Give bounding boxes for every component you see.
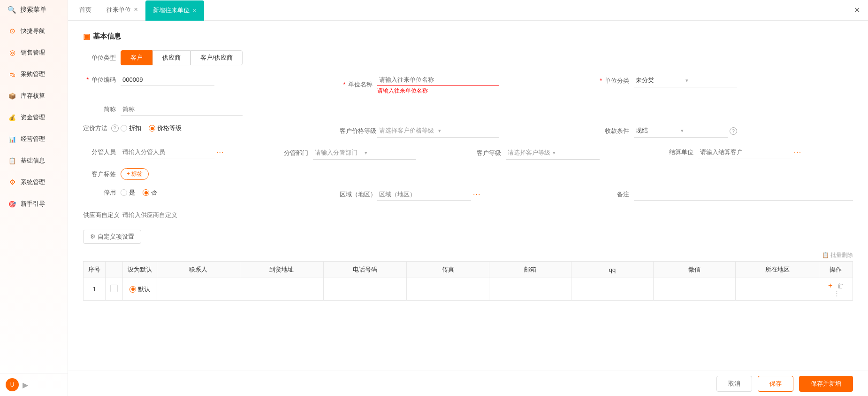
settlement-dots-btn[interactable]: ··· xyxy=(792,148,803,156)
batch-delete-button[interactable]: 📋 批量删除 xyxy=(83,251,853,259)
region-input[interactable] xyxy=(377,188,471,201)
td-wechat[interactable] xyxy=(653,278,735,301)
address-input[interactable] xyxy=(245,286,319,293)
main-area: 首页 往来单位 ✕ 新增往来单位 ✕ ✕ ▣ 基本信息 单位类型 客户 供应商 … xyxy=(68,0,868,396)
tab-trading-unit-close[interactable]: ✕ xyxy=(134,7,138,13)
settlement-unit-field: 结算单位 ··· xyxy=(661,146,853,158)
radio-discount[interactable]: 折扣 xyxy=(121,124,141,132)
disabled-label: 停用 xyxy=(83,188,121,197)
sidebar-item-inventory[interactable]: 📦 库存核算 xyxy=(0,85,68,107)
td-region[interactable] xyxy=(736,278,819,301)
sidebar-item-quick-nav[interactable]: ⊙ 快捷导航 xyxy=(0,20,68,42)
sidebar-item-label: 库存核算 xyxy=(21,92,45,100)
sidebar-item-finance[interactable]: 💰 资金管理 xyxy=(0,107,68,128)
settlement-unit-input[interactable] xyxy=(698,146,792,158)
unit-type-label: 单位类型 xyxy=(83,54,121,62)
department-select[interactable]: 请输入分管部门 ▾ xyxy=(313,146,416,160)
tab-add-trading-unit-close[interactable]: ✕ xyxy=(192,8,197,14)
pricing-help-icon[interactable]: ? xyxy=(111,124,119,132)
qq-input[interactable] xyxy=(576,286,648,293)
sidebar-item-label: 经营管理 xyxy=(21,135,45,143)
th-seq: 序号 xyxy=(84,262,106,278)
wechat-input[interactable] xyxy=(658,286,731,293)
sidebar: 🔍 搜索菜单 ⊙ 快捷导航 ◎ 销售管理 🛍 采购管理 📦 库存核算 💰 资金管… xyxy=(0,0,68,396)
fax-input[interactable] xyxy=(411,286,484,293)
radio-default[interactable]: 默认 xyxy=(128,285,152,294)
row-checkbox[interactable] xyxy=(110,285,118,292)
radio-price-level[interactable]: 价格等级 xyxy=(149,124,182,132)
tab-home[interactable]: 首页 xyxy=(72,0,99,20)
td-fax[interactable] xyxy=(407,278,489,301)
sidebar-item-operations[interactable]: 📊 经营管理 xyxy=(0,128,68,150)
unit-category-select[interactable]: 未分类 ▾ xyxy=(634,74,737,87)
region-dots-btn[interactable]: ··· xyxy=(471,190,482,199)
window-close-button[interactable]: ✕ xyxy=(849,3,864,18)
td-contact[interactable] xyxy=(157,278,240,301)
th-qq: qq xyxy=(571,262,653,278)
drag-handle[interactable]: ⋮ xyxy=(834,290,840,297)
manager-dots-btn[interactable]: ··· xyxy=(214,148,226,156)
tab-add-trading-unit[interactable]: 新增往来单位 ✕ xyxy=(145,0,204,21)
unit-name-input[interactable] xyxy=(377,74,499,86)
basic-info-icon: 📋 xyxy=(8,156,17,165)
customer-level-select[interactable]: 请选择客户等级 ▾ xyxy=(506,146,600,160)
department-arrow-icon: ▾ xyxy=(365,150,414,156)
abbreviation-row: 简称 xyxy=(83,103,853,116)
btn-customer[interactable]: 客户 xyxy=(121,50,152,65)
sidebar-item-label: 资金管理 xyxy=(21,113,45,122)
customer-price-level-select[interactable]: 请选择客户价格等级 ▾ xyxy=(377,124,499,138)
td-phone[interactable] xyxy=(323,278,407,301)
search-menu-label: 搜索菜单 xyxy=(20,6,46,14)
cancel-button[interactable]: 取消 xyxy=(716,376,752,392)
inventory-icon: 📦 xyxy=(8,91,17,101)
sidebar-item-basic-info[interactable]: 📋 基础信息 xyxy=(0,150,68,171)
phone-input[interactable] xyxy=(328,286,402,293)
save-button[interactable]: 保存 xyxy=(758,376,793,392)
th-address: 到货地址 xyxy=(240,262,323,278)
sidebar-item-sales[interactable]: ◎ 销售管理 xyxy=(0,42,68,63)
abbreviation-label: 简称 xyxy=(83,105,121,114)
sidebar-item-system[interactable]: ⚙ 系统管理 xyxy=(0,171,68,193)
custom-settings-button[interactable]: ⚙ 自定义项设置 xyxy=(83,230,141,244)
add-row-btn[interactable]: + xyxy=(828,281,832,289)
category-arrow-icon: ▾ xyxy=(685,78,735,84)
table-row: 1 默认 xyxy=(84,278,853,301)
td-checkbox[interactable] xyxy=(106,278,123,301)
sidebar-item-label: 基础信息 xyxy=(21,156,45,165)
payment-terms-help-icon[interactable]: ? xyxy=(730,127,737,135)
email-input[interactable] xyxy=(494,286,566,293)
pricing-method-field: 定价方法 ? 折扣 价格等级 xyxy=(83,124,340,132)
supplier-custom-input[interactable] xyxy=(121,209,243,221)
radio-discount-circle xyxy=(121,125,127,132)
search-menu[interactable]: 🔍 搜索菜单 xyxy=(0,0,68,20)
td-qq[interactable] xyxy=(571,278,653,301)
td-action: + 🗑 ⋮ xyxy=(819,278,853,301)
btn-supplier[interactable]: 供应商 xyxy=(152,50,190,65)
unit-category-field: * 单位分类 未分类 ▾ xyxy=(596,74,853,87)
remark-input[interactable] xyxy=(634,188,853,201)
row-region-input[interactable] xyxy=(740,286,814,293)
td-address[interactable] xyxy=(240,278,323,301)
btn-both[interactable]: 客户/供应商 xyxy=(190,50,243,65)
radio-yes[interactable]: 是 xyxy=(121,188,135,197)
delete-row-btn[interactable]: 🗑 xyxy=(837,282,844,289)
abbreviation-field: 简称 xyxy=(83,103,261,116)
radio-price-level-circle xyxy=(149,125,155,132)
save-new-button[interactable]: 保存并新增 xyxy=(799,376,853,392)
abbreviation-input[interactable] xyxy=(121,103,243,116)
tab-trading-unit[interactable]: 往来单位 ✕ xyxy=(99,0,145,20)
td-email[interactable] xyxy=(489,278,571,301)
finance-icon: 💰 xyxy=(8,113,17,122)
supplier-custom-field: 供应商自定义 xyxy=(83,209,261,221)
region-field: 区域（地区） ··· xyxy=(340,188,596,201)
unit-code-input[interactable] xyxy=(121,74,214,86)
contact-input[interactable] xyxy=(162,286,235,293)
add-tag-button[interactable]: + 标签 xyxy=(121,168,149,180)
manager-input[interactable] xyxy=(121,146,214,158)
sidebar-item-guide[interactable]: 🎯 新手引导 xyxy=(0,193,68,215)
sidebar-bottom: U ▶ xyxy=(0,373,68,396)
radio-no[interactable]: 否 xyxy=(143,188,157,197)
th-fax: 传真 xyxy=(407,262,489,278)
sidebar-item-purchase[interactable]: 🛍 采购管理 xyxy=(0,63,68,85)
payment-terms-select[interactable]: 现结 ▾ xyxy=(634,124,728,138)
